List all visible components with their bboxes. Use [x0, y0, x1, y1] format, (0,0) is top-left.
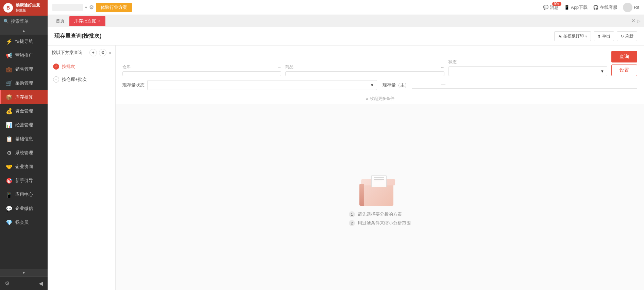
- sidebar-item-label: 畅会员: [15, 219, 29, 225]
- company-sub: 标准版: [16, 8, 40, 13]
- user-profile-button[interactable]: Rit: [623, 3, 639, 12]
- left-panel: 按以下方案查询 + ⚙ « ✓ 按批次 ○: [48, 46, 116, 290]
- status-filter-group: 状态 ▾: [448, 59, 607, 76]
- sidebar-item-system[interactable]: ⚙ 系统管理: [0, 146, 48, 160]
- sidebar-item-wechat[interactable]: 💬 企业微信: [0, 202, 48, 216]
- warehouse-filter-label: 仓库: [122, 64, 131, 70]
- sidebar-item-label: 快捷导航: [15, 38, 33, 44]
- sidebar-item-label: 企业微信: [15, 205, 33, 212]
- sidebar-settings-icon[interactable]: ⚙: [5, 280, 10, 287]
- sidebar-item-finance[interactable]: 💰 资金管理: [0, 104, 48, 118]
- stock-qty-min-input[interactable]: [412, 82, 439, 87]
- stock-qty-separator: —: [441, 82, 445, 87]
- sidebar-item-label: 应用中心: [15, 192, 33, 198]
- sidebar: B 畅康通好生意 标准版 🔍 搜索菜单 ▲ ⚡ 快捷导航 📢 营销推广 💼 销售…: [0, 0, 48, 290]
- user-avatar: [623, 3, 632, 12]
- product-more-icon[interactable]: ···: [441, 65, 444, 70]
- sidebar-item-sales[interactable]: 💼 销售管理: [0, 62, 48, 76]
- left-panel-header: 按以下方案查询 + ⚙ «: [48, 46, 115, 60]
- sidebar-item-purchase[interactable]: 🛒 采购管理: [0, 76, 48, 90]
- right-panel: 仓库 ··· 商品 ···: [116, 46, 644, 290]
- sidebar-item-vip[interactable]: 💎 畅会员: [0, 216, 48, 230]
- service-icon: 🎧: [593, 5, 598, 10]
- operation-icon: 📊: [6, 122, 13, 128]
- tab-close-icon[interactable]: ×: [98, 19, 101, 23]
- sidebar-item-enterprise[interactable]: 🤝 企业协同: [0, 160, 48, 174]
- status-filter-select[interactable]: ▾: [448, 66, 607, 76]
- user-name: Rit: [634, 5, 639, 10]
- page-header: 现存量查询(按批次) 🖨 按模板打印 ▾ ⬆ 导出 ↻ 刷新: [48, 27, 644, 46]
- query-button[interactable]: 查询: [611, 51, 637, 62]
- sidebar-scroll-up[interactable]: ▲: [0, 27, 48, 35]
- export-label: 导出: [602, 33, 610, 39]
- product-filter-group: 商品 ···: [285, 64, 444, 76]
- sidebar-item-label: 新手引导: [15, 178, 33, 184]
- message-button[interactable]: 💬 消息 99+: [543, 4, 559, 11]
- warehouse-filter-input[interactable]: [122, 71, 281, 76]
- sidebar-scroll-down[interactable]: ▼: [0, 269, 48, 276]
- left-panel-collapse-button[interactable]: «: [108, 49, 111, 56]
- app-icon: 📱: [564, 5, 570, 10]
- scheme-settings-icon: ⚙: [101, 50, 105, 55]
- search-label: 搜索菜单: [11, 18, 29, 24]
- product-filter-input[interactable]: [285, 71, 444, 76]
- stock-qty-max-input[interactable]: [447, 82, 475, 87]
- try-industry-button[interactable]: 体验行业方案: [96, 3, 132, 12]
- print-icon: 🖨: [558, 34, 562, 39]
- page-actions: 🖨 按模板打印 ▾ ⬆ 导出 ↻ 刷新: [554, 31, 637, 41]
- sidebar-item-inventory[interactable]: 📦 库存核算: [0, 90, 48, 104]
- newbie-icon: 🎯: [6, 178, 13, 184]
- sidebar-header: B 畅康通好生意 标准版: [0, 0, 48, 16]
- main-area: ▾ ⚙ 体验行业方案 💬 消息 99+ 📱 App下载 🎧 在线客服 Rit: [48, 0, 644, 290]
- hint-1-text: 请先选择要分析的方案: [358, 211, 402, 217]
- sidebar-item-label: 基础信息: [15, 136, 33, 142]
- scheme-settings-button[interactable]: ⚙: [99, 49, 106, 56]
- tab-home[interactable]: 首页: [51, 16, 69, 26]
- empty-hint-1: 1 请先选择要分析的方案: [349, 211, 411, 217]
- sidebar-item-operation[interactable]: 📊 经营管理: [0, 118, 48, 132]
- app-download-button[interactable]: 📱 App下载: [564, 4, 588, 11]
- breadcrumb-input[interactable]: [52, 4, 83, 11]
- sidebar-item-label: 营销推广: [15, 52, 33, 58]
- sidebar-footer: ⚙ ◀: [0, 276, 48, 290]
- sidebar-item-marketing[interactable]: 📢 营销推广: [0, 49, 48, 62]
- service-label: 在线客服: [600, 4, 617, 11]
- print-dropdown-icon[interactable]: ▾: [585, 34, 587, 39]
- scheme-item-batch[interactable]: ✓ 按批次: [48, 60, 115, 73]
- export-button[interactable]: ⬆ 导出: [594, 31, 614, 41]
- tab-inventory-batch[interactable]: 库存批次账 ×: [69, 16, 105, 26]
- refresh-label: 刷新: [625, 33, 633, 39]
- sidebar-item-apps[interactable]: 📱 应用中心: [0, 188, 48, 202]
- sidebar-search[interactable]: 🔍 搜索菜单: [0, 16, 48, 27]
- sidebar-nav: ⚡ 快捷导航 📢 营销推广 💼 销售管理 🛒 采购管理 📦 库存核算 💰 资金管…: [0, 35, 48, 269]
- scheme-dot-inactive: ○: [53, 76, 59, 83]
- warehouse-more-icon[interactable]: ···: [278, 65, 281, 70]
- refresh-button[interactable]: ↻ 刷新: [617, 31, 637, 41]
- logo-icon: B: [3, 3, 13, 13]
- tab-home-label: 首页: [56, 18, 65, 24]
- warehouse-filter-group: 仓库 ···: [122, 64, 281, 76]
- scheme-dot-active: ✓: [53, 64, 59, 70]
- vip-icon: 💎: [6, 219, 13, 226]
- topbar-expand-icon[interactable]: ▷: [637, 18, 641, 23]
- stock-status-select[interactable]: ▾: [147, 80, 377, 90]
- purchase-icon: 🛒: [6, 80, 13, 87]
- setting-button[interactable]: 设置: [611, 65, 637, 76]
- apps-icon: 📱: [6, 192, 13, 198]
- hint-2-num: 2: [349, 220, 355, 226]
- topbar-close-button[interactable]: ×: [629, 17, 637, 24]
- sidebar-item-basic[interactable]: 📋 基础信息: [0, 132, 48, 146]
- print-button[interactable]: 🖨 按模板打印 ▾: [554, 31, 591, 41]
- add-scheme-button[interactable]: +: [89, 49, 97, 56]
- system-icon: ⚙: [6, 150, 13, 156]
- breadcrumb-arrow[interactable]: ▾: [85, 5, 87, 10]
- sidebar-collapse-icon[interactable]: ◀: [39, 280, 43, 287]
- scheme-item-warehouse-batch[interactable]: ○ 按仓库+批次: [48, 73, 115, 86]
- box-side: [359, 184, 364, 206]
- sidebar-item-newbie[interactable]: 🎯 新手引导: [0, 174, 48, 188]
- sidebar-item-quick-nav[interactable]: ⚡ 快捷导航: [0, 35, 48, 49]
- topbar-gear-icon[interactable]: ⚙: [89, 4, 94, 11]
- message-badge: 99+: [552, 2, 561, 6]
- collapse-bar[interactable]: ∧ 收起更多条件: [122, 93, 637, 104]
- service-button[interactable]: 🎧 在线客服: [593, 4, 617, 11]
